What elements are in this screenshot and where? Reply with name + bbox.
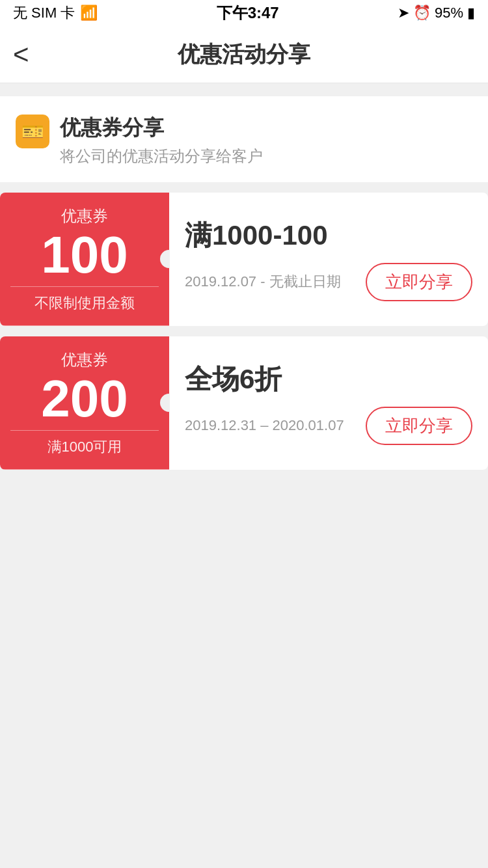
coupon-right-1: 全场6折 2019.12.31 – 2020.01.07 立即分享 — [169, 336, 488, 470]
section-title: 优惠券分享 — [60, 115, 263, 142]
coupon-type-0: 优惠券 — [61, 206, 108, 226]
coupon-divider-1 — [10, 430, 159, 431]
nav-bar: < 优惠活动分享 — [0, 26, 488, 83]
battery-level: 95% — [435, 5, 463, 21]
bottom-area — [0, 480, 488, 806]
coupon-condition-1: 满1000可用 — [47, 437, 122, 457]
coupon-right-0: 满1000-100 2019.12.07 - 无截止日期 立即分享 — [169, 193, 488, 326]
page-title: 优惠活动分享 — [178, 40, 310, 70]
coupon-meta-1: 2019.12.31 – 2020.01.07 立即分享 — [185, 407, 472, 445]
coupon-card-1: 优惠券 200 满1000可用 全场6折 2019.12.31 – 2020.0… — [0, 336, 488, 470]
alarm-icon: ⏰ — [413, 5, 431, 21]
wifi-icon: 📶 — [80, 5, 98, 21]
coupon-divider-0 — [10, 286, 159, 287]
coupon-icon: 🎫 — [21, 121, 44, 142]
coupon-condition-0: 不限制使用金额 — [34, 293, 135, 313]
share-button-1[interactable]: 立即分享 — [366, 407, 472, 445]
coupon-name-0: 满1000-100 — [185, 217, 472, 254]
coupon-list: 优惠券 100 不限制使用金额 满1000-100 2019.12.07 - 无… — [0, 193, 488, 480]
coupon-date-1: 2019.12.31 – 2020.01.07 — [185, 417, 344, 434]
back-icon: < — [13, 39, 29, 70]
section-icon: 🎫 — [16, 115, 49, 148]
section-subtitle: 将公司的优惠活动分享给客户 — [60, 146, 263, 167]
coupon-amount-1: 200 — [41, 373, 128, 425]
location-icon: ➤ — [398, 5, 409, 21]
battery-icon: ▮ — [467, 5, 475, 21]
status-right: ➤ ⏰ 95% ▮ — [398, 5, 475, 21]
coupon-card-0: 优惠券 100 不限制使用金额 满1000-100 2019.12.07 - 无… — [0, 193, 488, 326]
status-time: 下午3:47 — [217, 3, 279, 23]
share-button-0[interactable]: 立即分享 — [366, 263, 472, 301]
coupon-meta-0: 2019.12.07 - 无截止日期 立即分享 — [185, 263, 472, 301]
section-header: 🎫 优惠券分享 将公司的优惠活动分享给客户 — [0, 96, 488, 182]
status-left: 无 SIM 卡 📶 — [13, 3, 98, 23]
coupon-amount-0: 100 — [41, 229, 128, 281]
back-button[interactable]: < — [13, 39, 29, 70]
sim-signal: 无 SIM 卡 — [13, 3, 75, 23]
coupon-name-1: 全场6折 — [185, 361, 472, 398]
coupon-type-1: 优惠券 — [61, 349, 108, 370]
coupon-left-0: 优惠券 100 不限制使用金额 — [0, 193, 169, 326]
status-bar: 无 SIM 卡 📶 下午3:47 ➤ ⏰ 95% ▮ — [0, 0, 488, 26]
section-text-group: 优惠券分享 将公司的优惠活动分享给客户 — [60, 115, 263, 167]
coupon-left-1: 优惠券 200 满1000可用 — [0, 336, 169, 470]
coupon-date-0: 2019.12.07 - 无截止日期 — [185, 272, 341, 292]
